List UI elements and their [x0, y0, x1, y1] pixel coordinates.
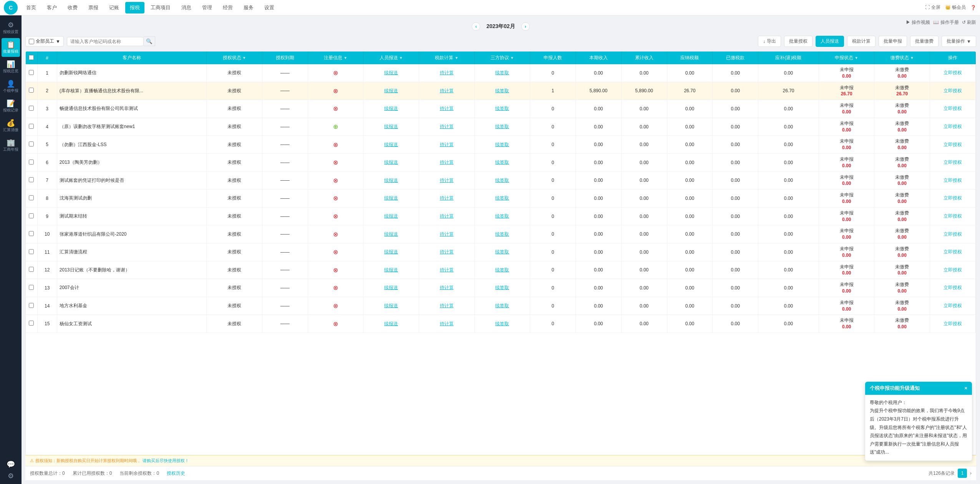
person-report-link[interactable]: 续报送 — [384, 249, 398, 254]
person-report-link[interactable]: 续报送 — [384, 321, 398, 326]
row-checkbox[interactable] — [29, 267, 34, 272]
action-link[interactable]: 立即授权 — [944, 124, 962, 129]
batch-auth-button[interactable]: 批量授权 — [784, 36, 813, 47]
select-all-checkbox[interactable] — [29, 55, 34, 60]
sidebar-bottom-icon[interactable]: 💬 — [7, 460, 15, 469]
operation-manual-btn[interactable]: 📖 操作手册 — [933, 19, 958, 26]
person-report-link[interactable]: 续报送 — [384, 213, 398, 219]
action-link[interactable]: 立即授权 — [944, 178, 962, 183]
sidebar-item-tax-record[interactable]: 📝 报税记录 — [2, 97, 20, 116]
action-link[interactable]: 立即授权 — [944, 195, 962, 201]
third-party-link[interactable]: 续签取 — [495, 231, 509, 237]
action-link[interactable]: 立即授权 — [944, 321, 962, 326]
action-link[interactable]: 立即授权 — [944, 88, 962, 93]
th-reg-info[interactable]: 注册信息 ▼ — [308, 52, 363, 64]
row-checkbox[interactable] — [29, 213, 34, 218]
nav-item-accounts[interactable]: 记账 — [104, 2, 124, 13]
person-report-link[interactable]: 续报送 — [384, 88, 398, 93]
person-report-link[interactable]: 续报送 — [384, 70, 398, 75]
filter-checkbox[interactable] — [29, 39, 34, 44]
action-link[interactable]: 立即授权 — [944, 160, 962, 165]
sidebar-item-batch-tax[interactable]: 📋 批量报税 — [2, 38, 20, 57]
tax-calc-link[interactable]: 待计算 — [440, 231, 454, 237]
sidebar-item-settlement[interactable]: 💰 汇算清缴 — [2, 116, 20, 135]
row-checkbox[interactable] — [29, 141, 34, 146]
person-report-link[interactable]: 续报送 — [384, 178, 398, 183]
prev-month-btn[interactable]: ‹ — [472, 22, 480, 31]
sidebar-bottom-icon2[interactable]: ⚙ — [8, 472, 14, 480]
nav-item-tax[interactable]: 报税 — [125, 2, 144, 13]
tax-calc-link[interactable]: 待计算 — [440, 178, 454, 183]
export-button[interactable]: ↓ 导出 — [758, 36, 781, 47]
fullscreen-btn[interactable]: ⛶ 全屏 — [925, 4, 940, 11]
sidebar-item-tax-overview[interactable]: 📊 报税总览 — [2, 58, 20, 77]
help-btn[interactable]: ❓ — [970, 5, 976, 10]
third-party-link[interactable]: 续签取 — [495, 303, 509, 308]
tax-calc-link[interactable]: 待计算 — [440, 124, 454, 129]
member-btn[interactable]: 👑 畅会员 — [945, 4, 966, 11]
row-checkbox[interactable] — [29, 160, 34, 165]
third-party-link[interactable]: 续签取 — [495, 142, 509, 147]
next-page-btn[interactable]: › — [970, 471, 972, 476]
third-party-link[interactable]: 续签取 — [495, 321, 509, 326]
third-party-link[interactable]: 续签取 — [495, 285, 509, 290]
row-checkbox[interactable] — [29, 285, 34, 290]
action-link[interactable]: 立即授权 — [944, 231, 962, 237]
tax-calc-link[interactable]: 待计算 — [440, 213, 454, 219]
popup-close-btn[interactable]: × — [964, 385, 967, 391]
row-checkbox[interactable] — [29, 124, 34, 129]
row-checkbox[interactable] — [29, 231, 34, 236]
third-party-link[interactable]: 续签取 — [495, 249, 509, 254]
tax-calc-link[interactable]: 待计算 — [440, 285, 454, 290]
th-person-report[interactable]: 人员报送 ▼ — [363, 52, 419, 64]
row-checkbox[interactable] — [29, 70, 34, 75]
next-month-btn[interactable]: › — [521, 22, 530, 31]
row-checkbox[interactable] — [29, 321, 34, 326]
tax-calc-link[interactable]: 待计算 — [440, 195, 454, 201]
tax-calc-link[interactable]: 待计算 — [440, 267, 454, 273]
third-party-link[interactable]: 续签取 — [495, 88, 509, 93]
row-checkbox[interactable] — [29, 106, 34, 111]
person-report-link[interactable]: 续报送 — [384, 267, 398, 273]
person-report-link[interactable]: 续报送 — [384, 106, 398, 111]
nav-item-settings[interactable]: 设置 — [260, 2, 279, 13]
nav-item-management[interactable]: 管理 — [197, 2, 217, 13]
tax-calc-link[interactable]: 待计算 — [440, 249, 454, 254]
action-link[interactable]: 立即授权 — [944, 70, 962, 75]
nav-item-home[interactable]: 首页 — [22, 2, 41, 13]
search-input[interactable] — [67, 37, 144, 46]
search-button[interactable]: 🔍 — [144, 37, 155, 46]
row-checkbox[interactable] — [29, 195, 34, 200]
third-party-link[interactable]: 续签取 — [495, 267, 509, 273]
person-report-link[interactable]: 续报送 — [384, 160, 398, 165]
person-report-button[interactable]: 人员报送 — [816, 36, 844, 47]
person-report-link[interactable]: 续报送 — [384, 142, 398, 147]
th-third-party[interactable]: 三方协议 ▼ — [474, 52, 530, 64]
batch-declare-button[interactable]: 批量申报 — [879, 36, 907, 47]
third-party-link[interactable]: 续签取 — [495, 213, 509, 219]
refresh-btn[interactable]: ↺ 刷新 — [962, 19, 976, 26]
th-pay-status[interactable]: 缴费状态 ▼ — [874, 52, 930, 64]
action-link[interactable]: 立即授权 — [944, 249, 962, 254]
third-party-link[interactable]: 续签取 — [495, 178, 509, 183]
action-link[interactable]: 立即授权 — [944, 285, 962, 290]
nav-item-operation[interactable]: 经营 — [218, 2, 237, 13]
action-link[interactable]: 立即授权 — [944, 213, 962, 219]
tax-calc-link[interactable]: 待计算 — [440, 88, 454, 93]
warning-link[interactable]: 请购买后尽快使用授权！ — [143, 458, 189, 464]
action-link[interactable]: 立即授权 — [944, 106, 962, 111]
sidebar-item-tax-settings[interactable]: ⚙ 报税设置 — [2, 18, 20, 37]
page-num-1[interactable]: 1 — [958, 469, 967, 478]
row-checkbox[interactable] — [29, 303, 34, 308]
tax-calc-link[interactable]: 待计算 — [440, 70, 454, 75]
person-report-link[interactable]: 续报送 — [384, 303, 398, 308]
sidebar-item-personal-tax[interactable]: 👤 个税申报 — [2, 77, 20, 96]
person-report-link[interactable]: 续报送 — [384, 231, 398, 237]
nav-item-business[interactable]: 工商项目 — [146, 2, 175, 13]
batch-pay-button[interactable]: 批量缴费 — [910, 36, 939, 47]
row-checkbox[interactable] — [29, 88, 34, 93]
th-auth-status[interactable]: 授权状态 ▼ — [207, 52, 262, 64]
nav-item-customer[interactable]: 客户 — [42, 2, 61, 13]
batch-operation-button[interactable]: 批量操作 ▼ — [942, 36, 976, 47]
nav-item-ticket[interactable]: 票报 — [84, 2, 103, 13]
